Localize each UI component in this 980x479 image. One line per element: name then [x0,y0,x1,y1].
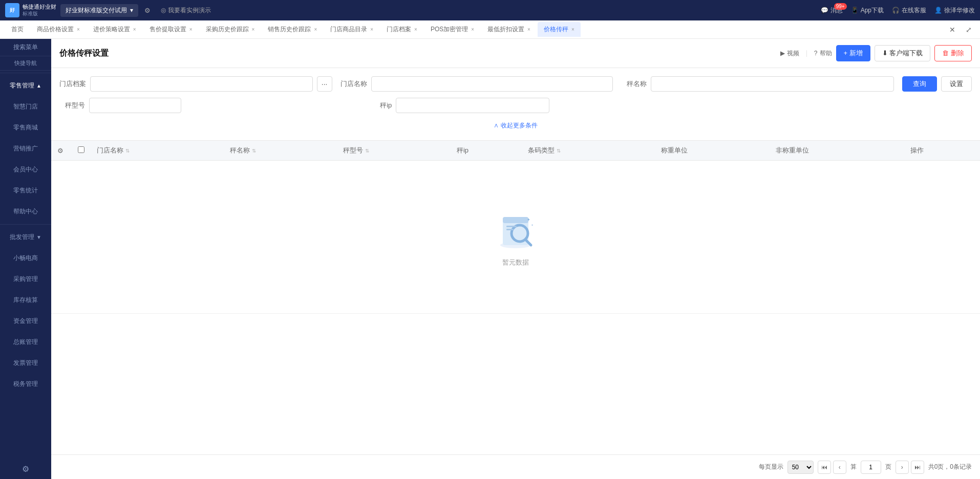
top-right: 💬 消息 99+ 📱 App下载 🎧 在线客服 👤 徐泽华修改 [821,6,975,15]
sidebar-divider-2 [0,224,51,225]
tab-pos-management-close[interactable]: × [471,27,474,32]
tab-sale-history[interactable]: 销售历史价跟踪 × [262,22,323,37]
download-label: ⬇ 客户端下载 [882,49,923,58]
select-all-checkbox[interactable] [78,146,84,153]
finance-label: 资金管理 [13,317,38,325]
tab-purchase-strategy[interactable]: 进价策略设置 × [87,22,142,37]
help-icon: ? [814,50,818,57]
tab-pos-management[interactable]: POS加密管理 × [424,22,480,37]
help-label: 帮助 [820,49,832,58]
tab-goods-price-close[interactable]: × [77,27,80,32]
product-selector[interactable]: 好业财标准版交付试用 ▾ [60,4,138,17]
store-name-sort-icon: ⇅ [125,148,130,154]
sidebar-item-member[interactable]: 会员中心 [0,159,51,180]
maximize-window-button[interactable]: ⤢ [963,24,975,36]
tab-store-catalog[interactable]: 门店商品目录 × [324,22,379,37]
content-area: 价格传秤设置 ▶ 视频 ｜ ? 帮助 + 新增 ⬇ 客户端下载 [51,39,980,479]
sidebar-item-retail-stats[interactable]: 零售统计 [0,180,51,201]
sidebar-search[interactable]: 搜索菜单 [0,39,51,56]
first-page-button[interactable]: ⏮ [818,461,831,474]
message-button[interactable]: 💬 消息 99+ [821,6,843,15]
tab-min-discount[interactable]: 最低折扣设置 × [481,22,537,37]
purchase-label: 采购管理 [13,275,38,284]
sidebar-item-general[interactable]: 总账管理 [0,332,51,353]
tab-store-catalog-close[interactable]: × [370,27,373,32]
sidebar-item-wholesale[interactable]: 批发管理 ▼ [0,227,51,248]
wholesale-label: 批发管理 [10,233,34,242]
download-icon: 📱 [851,7,859,14]
page-size-select[interactable]: 20 50 100 [787,461,814,474]
tab-store-archive-close[interactable]: × [414,27,417,32]
scale-model-input[interactable] [89,98,181,113]
search-button[interactable]: 查询 [902,76,937,92]
sidebar-item-retail-mall[interactable]: 零售商城 [0,117,51,138]
dropdown-icon: ▾ [130,7,133,14]
sidebar-item-inventory[interactable]: 库存核算 [0,290,51,311]
search-menu-label: 搜索菜单 [13,43,38,51]
sidebar-shortcut[interactable]: 快捷导航 [0,56,51,71]
next-page-button[interactable]: › [896,461,909,474]
download-button[interactable]: ⬇ 客户端下载 [875,45,931,61]
close-window-button[interactable]: ✕ [946,24,958,36]
help-link[interactable]: ? 帮助 [814,49,832,58]
scale-name-input[interactable] [651,76,894,92]
tab-min-discount-close[interactable]: × [527,27,530,32]
tab-sale-price-close[interactable]: × [189,27,193,32]
tax-label: 税务管理 [13,380,38,388]
online-service-button[interactable]: 🎧 在线客服 [892,6,926,15]
th-barcode-type-sort[interactable]: 条码类型 ⇅ [528,146,649,155]
tab-price-scale-close[interactable]: × [571,27,574,32]
tab-price-scale[interactable]: 价格传秤 × [538,22,581,37]
search-form: 门店档案 ··· 门店名称 秤名称 查询 设置 [51,68,980,141]
prev-page-button[interactable]: ‹ [833,461,846,474]
sidebar-item-purchase[interactable]: 采购管理 [0,269,51,290]
tab-purchase-strategy-close[interactable]: × [133,27,136,32]
th-scale-name-sort[interactable]: 秤名称 ⇅ [230,146,331,155]
last-page-button[interactable]: ⏭ [911,461,924,474]
settings-form-button[interactable]: 设置 [941,76,972,92]
svg-text:✦: ✦ [531,224,534,227]
scale-model-item: 秤型号 [59,98,358,113]
demo-link[interactable]: ◎ 我要看实例演示 [161,6,211,15]
per-page-label: 每页显示 [759,463,783,471]
sidebar-settings-button[interactable]: ⚙ [0,459,51,479]
sidebar-item-invoice[interactable]: 发票管理 [0,353,51,374]
sidebar-item-xiaochang[interactable]: 小畅电商 [0,248,51,269]
store-archive-ellipsis-button[interactable]: ··· [317,76,332,92]
settings-button[interactable]: ⚙ [140,3,155,17]
sidebar-item-smart-store[interactable]: 智慧门店 [0,96,51,117]
page-label: 算 [850,463,857,471]
user-menu-button[interactable]: 👤 徐泽华修改 [934,6,975,15]
add-button[interactable]: + 新增 [836,45,870,61]
tab-goods-price[interactable]: 商品价格设置 × [31,22,86,37]
scale-ip-input[interactable] [396,98,549,113]
app-name: 畅捷通好业财 [23,4,56,10]
th-scale-model-sort[interactable]: 秤型号 ⇅ [343,146,444,155]
page-number-input[interactable] [861,461,881,474]
message-icon: 💬 [821,7,828,14]
sidebar-item-retail[interactable]: 零售管理 ▲ [0,75,51,96]
scale-name-label: 秤名称 [621,79,647,89]
delete-button[interactable]: 🗑 删除 [934,45,972,61]
sidebar-item-finance[interactable]: 资金管理 [0,311,51,332]
tab-home[interactable]: 首页 [5,22,30,37]
video-link[interactable]: ▶ 视频 [780,49,799,58]
tab-purchase-history-close[interactable]: × [252,27,255,32]
th-settings-icon[interactable]: ⚙ [57,147,63,155]
sidebar-item-tax[interactable]: 税务管理 [0,374,51,395]
store-archive-input[interactable] [90,76,313,92]
th-store-name-sort[interactable]: 门店名称 ⇅ [97,146,218,155]
svg-rect-6 [506,229,514,230]
tab-store-archive[interactable]: 门店档案 × [380,22,423,37]
sidebar-item-help[interactable]: 帮助中心 [0,201,51,222]
member-label: 会员中心 [13,165,38,174]
sidebar-item-marketing[interactable]: 营销推广 [0,138,51,159]
app-download-button[interactable]: 📱 App下载 [851,6,884,15]
store-name-input[interactable] [371,76,613,92]
collapse-button[interactable]: ∧ 收起更多条件 [59,119,972,132]
tab-sale-price[interactable]: 售价提取设置 × [143,22,199,37]
tab-sale-history-close[interactable]: × [314,27,317,32]
wholesale-arrow-icon: ▼ [36,234,41,240]
empty-state-cell: ✦ ✦ 暂元数据 [51,161,980,314]
tab-purchase-history[interactable]: 采购历史价跟踪 × [200,22,261,37]
